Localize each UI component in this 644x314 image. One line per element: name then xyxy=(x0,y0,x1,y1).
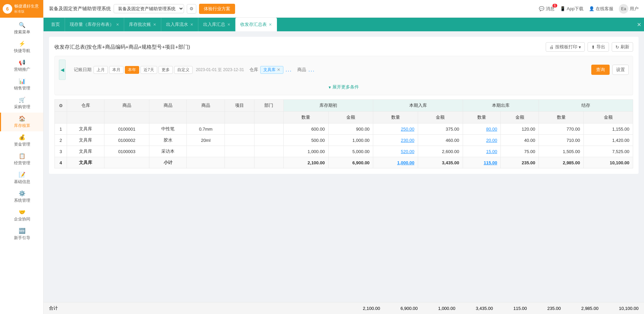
settings-gear-button[interactable]: ⚙ xyxy=(187,4,196,14)
th-out-qty: 数量 xyxy=(463,112,501,123)
date-btn-this-year[interactable]: 本年 xyxy=(125,66,139,74)
row-in-qty[interactable]: 520.00 xyxy=(373,146,418,157)
row-code: 0100002 xyxy=(104,135,149,146)
th-empty xyxy=(55,112,67,123)
row-in-amt: 2,600.00 xyxy=(418,146,463,157)
sidebar-item-finance[interactable]: 💰 资金管理 xyxy=(0,131,43,150)
subtotal-row: 4 文具库 小计 2,100.00 6,900.00 1,000.00 3,43… xyxy=(55,157,633,168)
tab-close-icon[interactable]: ✕ xyxy=(190,22,193,27)
tab-summary[interactable]: 出入库汇总 ✕ xyxy=(198,18,235,31)
sidebar-item-sales[interactable]: 📊 销售管理 xyxy=(0,75,43,94)
table-container: ⚙ 仓库 商品 商品 商品 项目 部门 库存期初 本期入库 本期出库 结存 xyxy=(54,99,633,168)
tab-close-icon[interactable]: ✕ xyxy=(269,22,272,27)
print-icon: 🖨 xyxy=(549,45,554,50)
system-selector[interactable]: 装备及固定资产辅助管理系统 xyxy=(114,4,184,13)
row-seq: 3 xyxy=(55,146,67,157)
row-bal-qty: 770.00 xyxy=(539,123,584,135)
row-warehouse: 文具库 xyxy=(67,146,104,157)
date-btn-7days[interactable]: 近7天 xyxy=(141,66,157,74)
th-code: 商品 xyxy=(104,100,149,112)
sidebar-item-basic[interactable]: 📝 基础信息 xyxy=(0,169,43,187)
sidebar-item-quick[interactable]: ⚡ 快捷导航 xyxy=(0,38,43,56)
subtotal-bal-amt: 10,100.00 xyxy=(583,157,633,168)
subtotal-out-qty[interactable]: 115.00 xyxy=(463,157,501,168)
th-in-qty: 数量 xyxy=(373,112,418,123)
date-btn-more[interactable]: 更多 xyxy=(159,66,173,74)
tab-close-icon[interactable]: ✕ xyxy=(227,22,230,27)
total-in-qty: 1,000.00 xyxy=(438,306,456,311)
th-init-qty: 数量 xyxy=(283,112,328,123)
chevron-down-icon: ▾ xyxy=(579,45,581,50)
warehouse-tag: 文具库 ✕ xyxy=(260,66,283,74)
row-in-qty[interactable]: 250.00 xyxy=(373,123,418,135)
trial-button[interactable]: 体验行业方案 xyxy=(199,4,235,14)
sidebar-item-enterprise[interactable]: 🤝 企业协同 xyxy=(0,206,43,225)
row-seq: 1 xyxy=(55,123,67,135)
date-btn-custom[interactable]: 自定义 xyxy=(174,66,193,74)
row-init-amt: 900.00 xyxy=(328,123,373,135)
tab-flow-label: 出入库流水 xyxy=(166,21,188,28)
sidebar-item-marketing[interactable]: 📢 营销推广 xyxy=(0,56,43,75)
tab-flow[interactable]: 出入库流水 ✕ xyxy=(161,18,198,31)
tab-close-icon[interactable]: ✕ xyxy=(116,22,119,27)
subtotal-empty xyxy=(104,157,149,168)
table-settings-header: ⚙ xyxy=(55,100,67,112)
subtotal-in-qty[interactable]: 1,000.00 xyxy=(373,157,418,168)
data-table: ⚙ 仓库 商品 商品 商品 项目 部门 库存期初 本期入库 本期出库 结存 xyxy=(54,99,633,168)
export-button[interactable]: ⬆ 导出 xyxy=(588,42,609,52)
th-code-2 xyxy=(104,112,149,123)
service-button[interactable]: 👤 在线客服 xyxy=(589,6,613,12)
tab-close-icon[interactable]: ✕ xyxy=(153,22,156,27)
user-label: 用户 xyxy=(630,6,639,12)
th-warehouse: 仓库 xyxy=(67,100,104,112)
main-area: 装备及固定资产辅助管理系统 装备及固定资产辅助管理系统 ⚙ 体验行业方案 💬 消… xyxy=(44,0,644,314)
row-out-qty[interactable]: 80.00 xyxy=(463,123,501,135)
expand-conditions-button[interactable]: ▾ 展开更多条件 xyxy=(326,83,362,92)
row-out-qty[interactable]: 15.00 xyxy=(463,146,501,157)
row-out-amt: 120.00 xyxy=(501,123,539,135)
app-download-button[interactable]: 📱 App下载 xyxy=(560,6,583,12)
settings-button[interactable]: 设置 xyxy=(612,65,629,75)
print-button[interactable]: 🖨 按模板打印 ▾ xyxy=(546,42,585,52)
sidebar-item-inventory[interactable]: 🏠 库存核算 xyxy=(0,113,43,131)
sidebar-item-label: 企业协同 xyxy=(14,216,30,222)
refresh-icon: ↻ xyxy=(615,45,619,50)
date-btn-this-month[interactable]: 本月 xyxy=(109,66,123,74)
tab-batch[interactable]: 库存批次账 ✕ xyxy=(124,18,161,31)
sidebar-item-label: 营销推广 xyxy=(14,67,30,72)
message-button[interactable]: 💬 消息 6 xyxy=(539,6,555,12)
row-out-qty[interactable]: 20.00 xyxy=(463,135,501,146)
row-in-qty[interactable]: 230.00 xyxy=(373,135,418,146)
sidebar-item-purchase[interactable]: 🛒 采购管理 xyxy=(0,94,43,113)
date-btn-last-month[interactable]: 上月 xyxy=(94,66,108,74)
user-menu-button[interactable]: Ea 用户 xyxy=(619,4,639,14)
header-right: 💬 消息 6 📱 App下载 👤 在线客服 Ea 用户 xyxy=(539,4,639,14)
tab-inventory-dist[interactable]: 现存量（库存分布表） ✕ xyxy=(65,18,124,31)
tab-home[interactable]: 首页 xyxy=(46,18,65,31)
app-icon: 📱 xyxy=(560,6,565,11)
sidebar-item-system[interactable]: ⚙️ 系统管理 xyxy=(0,187,43,206)
goods-filter-dots[interactable]: ... xyxy=(308,67,315,73)
sidebar-item-label: 资金管理 xyxy=(14,142,30,147)
refresh-button[interactable]: ↻ 刷新 xyxy=(612,42,633,52)
query-button[interactable]: 查询 xyxy=(591,65,610,75)
warehouse-tag-close[interactable]: ✕ xyxy=(277,67,280,72)
message-badge: 6 xyxy=(552,4,557,7)
tab-receipt-summary[interactable]: 收发存汇总表 ✕ xyxy=(235,18,277,31)
sidebar: 6 畅捷通好生意 标准版 🔍 搜索菜单 ⚡ 快捷导航 📢 营销推广 📊 销售管理… xyxy=(0,0,44,314)
row-goods: 中性笔 xyxy=(149,123,187,135)
subtotal-in-amt: 3,435.00 xyxy=(418,157,463,168)
row-project xyxy=(225,135,254,146)
user-avatar: Ea xyxy=(619,4,628,14)
warehouse-filter-dots[interactable]: ... xyxy=(285,67,292,73)
logo-text: 畅捷通好生意 标准版 xyxy=(14,4,39,14)
tab-bar-close-button[interactable]: ✕ xyxy=(637,21,641,28)
sidebar-item-operation[interactable]: 📋 经营管理 xyxy=(0,150,43,169)
inventory-icon: 🏠 xyxy=(19,115,26,122)
sidebar-nav: 🔍 搜索菜单 ⚡ 快捷导航 📢 营销推广 📊 销售管理 🛒 采购管理 🏠 库存核… xyxy=(0,18,43,314)
collapse-button[interactable]: ◀ xyxy=(59,60,66,80)
sidebar-item-search[interactable]: 🔍 搜索菜单 xyxy=(0,19,43,38)
row-seq: 2 xyxy=(55,135,67,146)
sidebar-item-guide[interactable]: 🆕 新手引导 xyxy=(0,225,43,244)
export-icon: ⬆ xyxy=(591,45,595,50)
